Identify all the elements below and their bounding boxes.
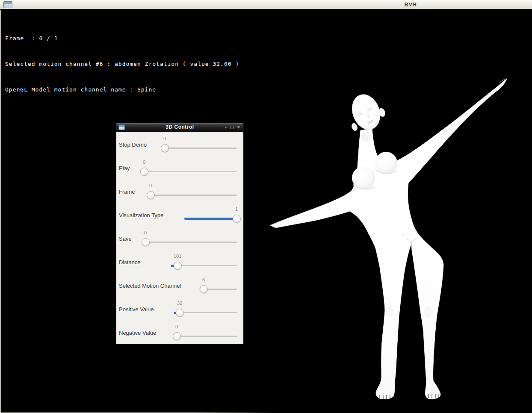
slider-track-save[interactable]	[142, 242, 237, 243]
hud-line-model: OpenGL Model motion channel name : Spine	[5, 86, 239, 94]
slider-label-negative-value: Negative Value	[119, 330, 156, 336]
panel-window-buttons: – □ ✕	[225, 123, 240, 132]
slider-row-frame: Frame 0	[116, 180, 244, 204]
model-head	[348, 91, 385, 133]
slider-row-negative-value: Negative Value 0	[116, 321, 244, 345]
slider-value-selected-motion-channel: 6	[194, 277, 213, 282]
slider-track-frame[interactable]	[147, 195, 237, 196]
slider-value-frame: 0	[141, 183, 160, 188]
slider-value-play: 0	[135, 159, 154, 165]
slider-label-positive-value: Positive Value	[119, 306, 154, 313]
window-title-bar[interactable]: BVH	[0, 0, 532, 9]
slider-handle-play[interactable]	[140, 168, 148, 176]
model-toes	[380, 394, 439, 399]
slider-handle-distance[interactable]	[174, 262, 182, 270]
slider-value-distance: 101	[168, 254, 187, 259]
slider-row-distance: Distance 101	[116, 251, 244, 274]
window-title: BVH	[405, 1, 417, 8]
slider-handle-selected-motion-channel[interactable]	[200, 285, 208, 293]
slider-row-positive-value: Positive Value 32	[116, 298, 244, 321]
slider-label-save: Save	[119, 236, 132, 242]
window-icon	[118, 124, 125, 130]
slider-handle-negative-value[interactable]	[173, 332, 181, 340]
window-frame-bottom	[0, 412, 277, 413]
slider-row-selected-motion-channel: Selected Motion Channel 6	[116, 274, 244, 298]
slider-handle-frame[interactable]	[147, 191, 155, 199]
slider-row-visualization-type: Visualization Type 1	[116, 204, 244, 227]
minimize-button[interactable]: –	[225, 125, 227, 130]
slider-handle-positive-value[interactable]	[176, 309, 184, 317]
slider-value-positive-value: 32	[170, 301, 189, 306]
slider-track-negative-value[interactable]	[173, 336, 237, 337]
model-ear-left	[351, 122, 358, 131]
slider-row-stop-demo: Stop Demo 0	[116, 133, 244, 156]
model-body	[270, 78, 507, 399]
slider-value-stop-demo: 0	[155, 136, 174, 141]
model-ear-right	[378, 107, 386, 118]
model-face	[358, 108, 373, 124]
slider-handle-stop-demo[interactable]	[161, 144, 169, 152]
model-breast-left	[352, 166, 375, 189]
slider-track-stop-demo[interactable]	[161, 148, 237, 149]
window-icon	[3, 1, 12, 8]
3d-control-window: 3D Control – □ ✕ Stop Demo 0 Play 0 Fram…	[116, 123, 244, 344]
slider-label-play: Play	[119, 165, 130, 171]
slider-label-frame: Frame	[119, 189, 135, 195]
slider-value-visualization-type: 1	[227, 206, 246, 212]
slider-label-selected-motion-channel: Selected Motion Channel	[119, 283, 181, 289]
opengl-viewport[interactable]: Frame : 0 / 1 Selected motion channel #6…	[0, 10, 532, 413]
slider-label-stop-demo: Stop Demo	[119, 142, 147, 148]
slider-row-play: Play 0	[116, 156, 244, 180]
hud-line-frame: Frame : 0 / 1	[5, 34, 239, 43]
slider-label-distance: Distance	[119, 259, 141, 266]
slider-handle-visualization-type[interactable]	[233, 215, 241, 223]
3d-control-title-bar[interactable]: 3D Control – □ ✕	[116, 123, 243, 132]
slider-label-visualization-type: Visualization Type	[119, 212, 163, 218]
slider-value-save: 0	[136, 230, 155, 235]
model-breast-right	[375, 152, 397, 174]
slider-track-play[interactable]	[140, 171, 237, 172]
window-frame-left	[0, 10, 1, 413]
slider-row-save: Save 0	[116, 227, 244, 251]
maximize-button[interactable]: □	[230, 125, 233, 130]
slider-handle-save[interactable]	[142, 238, 150, 246]
panel-body: Stop Demo 0 Play 0 Frame 0 Visualization…	[116, 132, 243, 344]
hud-line-channel: Selected motion channel #6 : abdomen_Zro…	[5, 60, 239, 68]
slider-value-negative-value: 0	[167, 324, 186, 329]
hud-overlay: Frame : 0 / 1 Selected motion channel #6…	[5, 17, 239, 111]
slider-fill	[184, 218, 235, 220]
panel-title: 3D Control	[166, 124, 194, 130]
close-button[interactable]: ✕	[237, 125, 240, 130]
